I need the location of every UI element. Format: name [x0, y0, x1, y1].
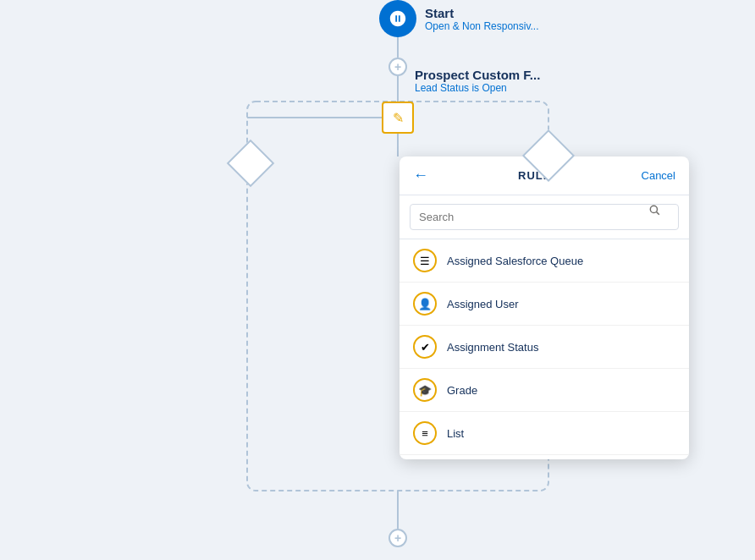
back-button[interactable]: ←	[413, 167, 428, 184]
cancel-button[interactable]: Cancel	[642, 169, 675, 182]
prospect-node: Prospect Custom F... Lead Status is Open	[415, 68, 540, 94]
prospect-title: Prospect Custom F...	[415, 68, 540, 82]
rule-panel: ← RULE Cancel ☰Assigned Salesforce Queue…	[400, 156, 689, 459]
prospect-subtitle: Lead Status is Open	[415, 82, 540, 94]
start-node: Start Open & Non Responsiv...	[379, 0, 539, 37]
add-step-button[interactable]: +	[389, 58, 407, 76]
start-title: Start	[425, 6, 539, 20]
rule-item-label: Assigned Salesforce Queue	[447, 255, 583, 267]
rule-item-label: Assigned User	[447, 298, 519, 310]
rule-item-icon: ☰	[413, 249, 437, 272]
canvas: Start Open & Non Responsiv... + Prospect…	[0, 0, 755, 560]
rule-item-label: List	[447, 427, 464, 440]
start-subtitle: Open & Non Responsiv...	[425, 20, 539, 32]
rule-list: ☰Assigned Salesforce Queue👤Assigned User…	[400, 239, 689, 459]
edit-node[interactable]: ✎	[382, 102, 414, 134]
svg-point-7	[650, 206, 657, 212]
start-label: Start Open & Non Responsiv...	[425, 6, 539, 32]
rule-item[interactable]: 👤Assigned User	[400, 283, 689, 326]
rule-item-icon: ≡	[413, 421, 437, 445]
rule-item-label: Assignment Status	[447, 341, 538, 354]
rule-item-icon: ✔	[413, 335, 437, 359]
rule-item[interactable]: 📢Pardot Campaign	[400, 455, 689, 459]
rule-item-label: Grade	[447, 384, 477, 397]
decision-node[interactable]	[227, 140, 275, 188]
prospect-label: Prospect Custom F... Lead Status is Open	[415, 68, 540, 94]
start-icon	[379, 0, 416, 37]
rule-item[interactable]: 🎓Grade	[400, 369, 689, 412]
rule-item-icon: 👤	[413, 292, 437, 316]
rule-item[interactable]: ≡List	[400, 412, 689, 455]
svg-line-8	[657, 212, 659, 215]
search-icon-button[interactable]	[648, 204, 660, 218]
search-wrapper	[410, 204, 679, 230]
rule-item[interactable]: ✔Assignment Status	[400, 326, 689, 369]
search-input[interactable]	[410, 204, 679, 230]
rule-item[interactable]: ☰Assigned Salesforce Queue	[400, 239, 689, 283]
add-bottom-button[interactable]: +	[389, 529, 407, 547]
edit-icon: ✎	[393, 110, 404, 126]
search-container	[400, 195, 689, 239]
rule-item-icon: 🎓	[413, 378, 437, 402]
